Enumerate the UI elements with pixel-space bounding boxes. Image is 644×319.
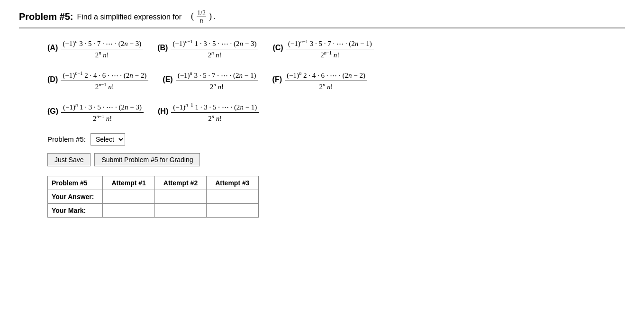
answer-attempt2 (154, 190, 206, 203)
choice-g-label: (G) (47, 107, 58, 116)
just-save-button[interactable]: Just Save (47, 153, 91, 166)
col-attempt2: Attempt #2 (154, 176, 206, 190)
choice-b: (B) (−1)n−1 1 · 3 · 5 · ⋯ · (2n − 3) 2n … (157, 38, 258, 60)
mark-attempt3 (207, 203, 258, 217)
choice-a-fraction: (−1)n 3 · 5 · 7 · ⋯ · (2n − 3) 2n n! (61, 38, 143, 60)
choice-c-fraction: (−1)n−1 3 · 5 · 7 · ⋯ · (2n − 1) 2n−1 n! (286, 38, 374, 60)
answer-attempt1 (103, 190, 154, 203)
your-mark-row: Your Mark: (48, 203, 259, 217)
choices-container: (A) (−1)n 3 · 5 · 7 · ⋯ · (2n − 3) 2n n!… (47, 38, 625, 124)
choice-f-fraction: (−1)n 2 · 4 · 6 · ⋯ · (2n − 2) 2n n! (285, 70, 367, 92)
choice-f: (F) (−1)n 2 · 4 · 6 · ⋯ · (2n − 2) 2n n! (272, 70, 367, 92)
choices-row-2: (D) (−1)n−1 2 · 4 · 6 · ⋯ · (2n − 2) 2n−… (47, 70, 625, 92)
choice-h: (H) (−1)n−1 1 · 3 · 5 · ⋯ · (2n − 1) 2n … (158, 101, 259, 124)
choices-row-1: (A) (−1)n 3 · 5 · 7 · ⋯ · (2n − 3) 2n n!… (47, 38, 625, 60)
choice-e-label: (E) (163, 75, 172, 84)
choice-d-label: (D) (47, 75, 58, 84)
choice-f-label: (F) (272, 75, 282, 84)
choice-c-label: (C) (272, 44, 283, 52)
choice-e-fraction: (−1)n 3 · 5 · 7 · ⋯ · (2n − 1) 2n n! (176, 70, 258, 92)
choice-d: (D) (−1)n−1 2 · 4 · 6 · ⋯ · (2n − 2) 2n−… (47, 70, 148, 92)
mark-attempt1 (103, 203, 154, 217)
choice-a-label: (A) (47, 44, 58, 52)
answer-select[interactable]: Select A B C D E F G H (91, 133, 125, 146)
choice-d-fraction: (−1)n−1 2 · 4 · 6 · ⋯ · (2n − 2) 2n−1 n! (61, 70, 148, 92)
choice-h-fraction: (−1)n−1 1 · 3 · 5 · ⋯ · (2n − 1) 2n n! (171, 101, 259, 124)
answer-row: Problem #5: Select A B C D E F G H (47, 133, 625, 146)
choice-e: (E) (−1)n 3 · 5 · 7 · ⋯ · (2n − 1) 2n n! (163, 70, 258, 92)
answer-label: Problem #5: (47, 135, 86, 143)
problem-statement-text: Find a simplified expression for (77, 13, 181, 21)
problem-title: Problem #5: (19, 11, 73, 22)
your-answer-row: Your Answer: (48, 190, 259, 203)
col-attempt3: Attempt #3 (207, 176, 258, 190)
your-answer-label: Your Answer: (48, 190, 103, 203)
col-attempt1: Attempt #1 (103, 176, 154, 190)
choice-c: (C) (−1)n−1 3 · 5 · 7 · ⋯ · (2n − 1) 2n−… (272, 38, 373, 60)
attempts-header-row: Problem #5 Attempt #1 Attempt #2 Attempt… (48, 176, 259, 190)
problem-header-line: Problem #5: Find a simplified expression… (19, 9, 625, 28)
binomial-expression: ( 1/2 n ) . (185, 9, 216, 25)
submit-button[interactable]: Submit Problem #5 for Grading (94, 153, 200, 166)
answer-attempt3 (207, 190, 258, 203)
choice-a: (A) (−1)n 3 · 5 · 7 · ⋯ · (2n − 3) 2n n! (47, 38, 143, 60)
choice-h-label: (H) (158, 107, 168, 116)
your-mark-label: Your Mark: (48, 203, 103, 217)
choice-b-fraction: (−1)n−1 1 · 3 · 5 · ⋯ · (2n − 3) 2n n! (171, 38, 258, 60)
choice-b-label: (B) (157, 44, 168, 52)
choices-row-3: (G) (−1)n 1 · 3 · 5 · ⋯ · (2n − 3) 2n−1 … (47, 101, 625, 124)
buttons-row: Just Save Submit Problem #5 for Grading (47, 153, 625, 166)
choice-g-fraction: (−1)n 1 · 3 · 5 · ⋯ · (2n − 3) 2n−1 n! (61, 101, 144, 124)
choice-g: (G) (−1)n 1 · 3 · 5 · ⋯ · (2n − 3) 2n−1 … (47, 101, 144, 124)
attempts-table: Problem #5 Attempt #1 Attempt #2 Attempt… (47, 176, 259, 218)
col-problem: Problem #5 (48, 176, 103, 190)
mark-attempt2 (154, 203, 206, 217)
